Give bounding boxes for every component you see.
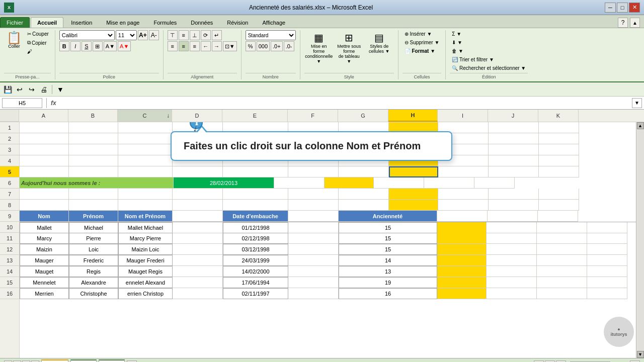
add-sheet-button[interactable]: ⊕ <box>127 360 137 363</box>
cell-D9[interactable] <box>173 211 223 222</box>
cell-B1[interactable] <box>69 122 118 133</box>
tab-donnees[interactable]: Données <box>184 17 219 28</box>
save-toolbar-button[interactable]: 💾 <box>2 84 13 95</box>
font-name-select[interactable]: Calibri <box>59 30 115 40</box>
trier-button[interactable]: 🔃 Trier et filtrer ▼ <box>450 56 496 63</box>
first-sheet-button[interactable]: |◄ <box>4 360 12 363</box>
fill-color-button[interactable]: A▼ <box>104 41 117 51</box>
row-header-8[interactable]: 8 <box>0 200 19 211</box>
cell-D15[interactable] <box>173 277 223 288</box>
cell-A7[interactable] <box>20 189 69 200</box>
cell-A5[interactable] <box>20 166 69 177</box>
ribbon-collapse-button[interactable]: ▲ <box>630 18 640 28</box>
row-header-5[interactable]: 5 <box>0 166 19 177</box>
cell-B12[interactable]: Loic <box>69 244 118 255</box>
close-button[interactable]: ✕ <box>629 3 640 13</box>
cell-J13[interactable] <box>537 255 587 266</box>
cell-A8[interactable] <box>20 200 69 211</box>
sheet-tab-feuil3[interactable]: Feuil3 <box>99 359 125 362</box>
cell-I7[interactable] <box>438 189 489 200</box>
cell-H7[interactable] <box>389 189 438 200</box>
italic-button[interactable]: I <box>70 41 80 51</box>
formula-input[interactable] <box>58 98 630 108</box>
cell-H12[interactable] <box>437 244 487 255</box>
cell-E10[interactable]: 01/12/1998 <box>223 222 288 233</box>
format-button[interactable]: 📄 Format ▼ <box>403 47 437 55</box>
cell-A9[interactable]: Nom <box>20 211 69 222</box>
cell-G5[interactable] <box>339 166 389 177</box>
cell-C12[interactable]: Maizin Loic <box>118 244 173 255</box>
tab-formules[interactable]: Formules <box>147 17 183 28</box>
row-header-15[interactable]: 15 <box>0 277 19 288</box>
minimize-button[interactable]: ─ <box>605 3 616 13</box>
row-header-11[interactable]: 11 <box>0 233 19 244</box>
cell-D8[interactable] <box>173 200 223 211</box>
cell-H11[interactable] <box>437 233 487 244</box>
increase-font-button[interactable]: A+ <box>138 30 148 40</box>
cell-G11[interactable]: 15 <box>339 233 437 244</box>
cell-K14[interactable] <box>587 266 627 277</box>
cell-C4[interactable] <box>118 155 173 166</box>
row-header-10[interactable]: 10 <box>0 222 19 233</box>
increase-indent-button[interactable]: → <box>212 41 222 51</box>
bold-button[interactable]: B <box>59 41 69 51</box>
col-header-F[interactable]: F <box>288 110 338 122</box>
cell-G12[interactable]: 15 <box>339 244 437 255</box>
cell-I10[interactable] <box>487 222 537 233</box>
align-middle-button[interactable]: ≡ <box>179 30 189 40</box>
decimal-decrease-button[interactable]: .0- <box>284 41 294 51</box>
cell-E15[interactable]: 17/06/1994 <box>223 277 288 288</box>
cell-A11[interactable]: Marcy <box>20 233 69 244</box>
cell-J2[interactable] <box>489 133 539 144</box>
normal-view-button[interactable]: ⊞ <box>534 360 544 363</box>
sheet-tab-feuil1[interactable]: Feuil1 <box>41 359 68 362</box>
cell-B15[interactable]: Alexandre <box>69 277 118 288</box>
col-header-H[interactable]: H <box>388 110 438 122</box>
cell-K10[interactable] <box>587 222 627 233</box>
cell-J6[interactable] <box>424 177 474 189</box>
cell-K5[interactable] <box>539 166 579 177</box>
scroll-down-button[interactable]: ▼ <box>637 351 644 358</box>
cell-I6[interactable] <box>374 177 424 189</box>
cell-D16[interactable] <box>173 288 223 299</box>
cell-G13[interactable]: 14 <box>339 255 437 266</box>
cell-I5[interactable] <box>438 166 489 177</box>
cell-F16[interactable] <box>288 288 339 299</box>
cell-I11[interactable] <box>487 233 537 244</box>
cell-A14[interactable]: Mauget <box>20 266 69 277</box>
row-header-13[interactable]: 13 <box>0 255 19 266</box>
cell-K16[interactable] <box>587 288 627 299</box>
scroll-up-button[interactable]: ▲ <box>637 122 644 129</box>
row-header-12[interactable]: 12 <box>0 244 19 255</box>
cell-H8[interactable] <box>389 200 438 211</box>
decrease-font-button[interactable]: A- <box>149 30 159 40</box>
cell-C11[interactable]: Marcy Pierre <box>118 233 173 244</box>
corner-cell[interactable] <box>0 110 19 122</box>
cell-A12[interactable]: Maizin <box>20 244 69 255</box>
cell-E7[interactable] <box>223 189 288 200</box>
cell-I9[interactable] <box>437 211 488 222</box>
cell-A15[interactable]: Mennelet <box>20 277 69 288</box>
cell-E6[interactable]: 28/02/2013 <box>174 177 274 189</box>
cell-J12[interactable] <box>537 244 587 255</box>
tab-revision[interactable]: Révision <box>220 17 255 28</box>
cell-E13[interactable]: 24/03/1999 <box>223 255 288 266</box>
cell-G8[interactable] <box>339 200 389 211</box>
remplissage-button[interactable]: ⬇ ▼ <box>450 39 464 46</box>
thousand-button[interactable]: 000 <box>257 41 270 51</box>
next-sheet-button[interactable]: ► <box>22 360 30 363</box>
cell-J10[interactable] <box>537 222 587 233</box>
cell-I8[interactable] <box>438 200 489 211</box>
col-header-J[interactable]: J <box>488 110 538 122</box>
cell-I15[interactable] <box>487 277 537 288</box>
cell-J4[interactable] <box>489 155 539 166</box>
cell-A6[interactable]: Aujourd'hui nous sommes le : <box>20 177 174 189</box>
cell-A16[interactable]: Merrien <box>20 288 69 299</box>
cell-A10[interactable]: Mallet <box>20 222 69 233</box>
undo-toolbar-button[interactable]: ↩ <box>14 84 25 95</box>
cell-K2[interactable] <box>539 133 579 144</box>
cell-G10[interactable]: 15 <box>339 222 437 233</box>
row-header-1[interactable]: 1 <box>0 122 19 133</box>
cell-K8[interactable] <box>539 200 579 211</box>
col-header-D[interactable]: D <box>172 110 222 122</box>
